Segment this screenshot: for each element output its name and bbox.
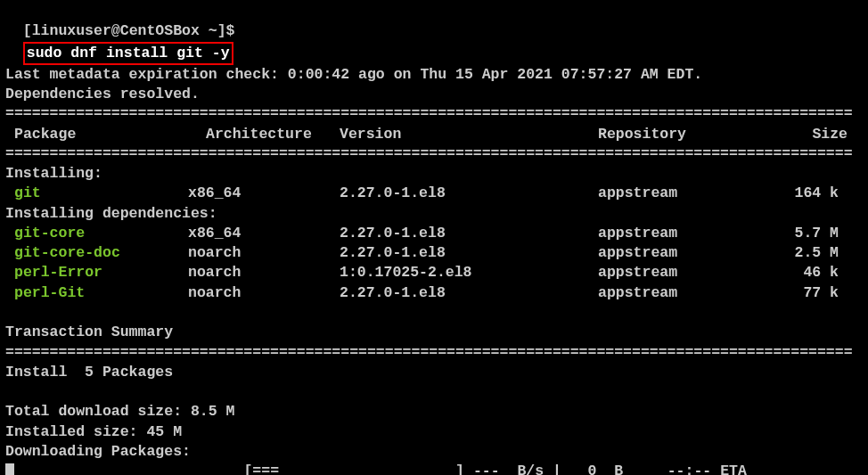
divider-header: ========================================… — [5, 144, 863, 164]
progress-bar-line: [=== ] --- B/s | 0 B --:-- ETA — [5, 462, 863, 475]
package-size: 164 k — [767, 184, 839, 203]
divider-top: ========================================… — [5, 104, 863, 124]
header-architecture: Architecture — [206, 125, 340, 144]
metadata-check-line: Last metadata expiration check: 0:00:42 … — [5, 65, 863, 85]
package-row: perl-Git noarch 2.27.0-1.el8 appstream 7… — [5, 283, 863, 303]
package-name: perl-Git — [5, 283, 188, 303]
downloading-packages: Downloading Packages: — [5, 442, 863, 462]
package-size: 5.7 M — [767, 224, 839, 243]
section-installing-deps: Installing dependencies: — [5, 204, 863, 224]
package-name: git — [5, 184, 188, 203]
package-repo: appstream — [598, 263, 767, 283]
package-version: 1:0.17025-2.el8 — [340, 263, 598, 283]
package-row: git x86_64 2.27.0-1.el8 appstream 164 k — [5, 184, 863, 203]
package-arch: x86_64 — [188, 224, 340, 243]
install-count: Install 5 Packages — [5, 363, 863, 382]
package-row: git-core x86_64 2.27.0-1.el8 appstream 5… — [5, 224, 863, 243]
command-input[interactable]: sudo dnf install git -y — [23, 42, 233, 65]
package-repo: appstream — [598, 224, 767, 243]
header-package: Package — [5, 125, 206, 144]
package-repo: appstream — [598, 283, 767, 303]
package-name: perl-Error — [5, 263, 188, 283]
transaction-summary: Transaction Summary — [5, 323, 863, 342]
package-arch: noarch — [188, 263, 340, 283]
package-version: 2.27.0-1.el8 — [340, 243, 598, 263]
package-repo: appstream — [598, 243, 767, 263]
progress-text: [=== ] --- B/s | 0 B --:-- ETA — [14, 463, 747, 475]
package-size: 2.5 M — [767, 243, 839, 263]
header-repository: Repository — [598, 125, 785, 144]
section-installing: Installing: — [5, 164, 863, 184]
table-header: Package Architecture Version Repository … — [5, 125, 863, 144]
package-size: 77 k — [767, 283, 839, 303]
package-repo: appstream — [598, 184, 767, 203]
deps-resolved-line: Dependencies resolved. — [5, 85, 863, 104]
header-size: Size — [785, 125, 848, 144]
header-version: Version — [340, 125, 598, 144]
installed-size: Installed size: 45 M — [5, 422, 863, 442]
package-arch: x86_64 — [188, 184, 340, 203]
divider-summary: ========================================… — [5, 343, 863, 363]
package-name: git-core — [5, 224, 188, 243]
package-size: 46 k — [767, 263, 839, 283]
package-arch: noarch — [188, 283, 340, 303]
package-version: 2.27.0-1.el8 — [340, 184, 598, 203]
package-version: 2.27.0-1.el8 — [340, 224, 598, 243]
prompt-user-host: [linuxuser@CentOSBox ~]$ — [23, 22, 235, 39]
total-download-size: Total download size: 8.5 M — [5, 402, 863, 422]
package-row: git-core-doc noarch 2.27.0-1.el8 appstre… — [5, 243, 863, 263]
package-name: git-core-doc — [5, 243, 188, 263]
cursor — [5, 463, 14, 475]
package-version: 2.27.0-1.el8 — [340, 283, 598, 303]
package-row: perl-Error noarch 1:0.17025-2.el8 appstr… — [5, 263, 863, 283]
package-arch: noarch — [188, 243, 340, 263]
